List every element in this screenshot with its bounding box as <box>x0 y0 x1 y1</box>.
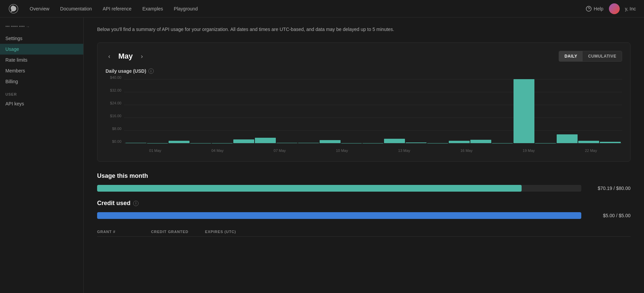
chart-header: ‹ May › DAILY CUMULATIVE <box>106 51 622 62</box>
description-text: Below you'll find a summary of API usage… <box>97 26 401 33</box>
credit-title-text: Credit used <box>97 200 130 207</box>
credit-used-section: Credit used i $5.00 / $5.00 GRANT # CRED… <box>97 200 631 237</box>
sidebar-account: ••• ••••• •••• → <box>0 23 83 33</box>
sidebar-item-rate-limits[interactable]: Rate limits <box>0 55 83 65</box>
x-axis-label: 19 May <box>498 149 560 153</box>
next-month-button[interactable]: › <box>138 52 146 61</box>
bars-area <box>124 79 622 143</box>
sidebar-item-billing[interactable]: Billing <box>0 76 83 87</box>
y-axis-label: $8.00 <box>105 127 121 131</box>
x-axis: 01 May04 May07 May10 May13 May16 May19 M… <box>124 143 622 153</box>
daily-toggle-button[interactable]: DAILY <box>559 51 583 61</box>
col-credit-granted: CREDIT GRANTED <box>151 230 192 234</box>
x-axis-label: 10 May <box>311 149 373 153</box>
y-axis-label: $32.00 <box>105 88 121 92</box>
chart-section: ‹ May › DAILY CUMULATIVE Daily usage (US… <box>97 42 631 162</box>
user-name: y, Inc <box>625 6 636 11</box>
y-axis-label: $16.00 <box>105 114 121 118</box>
nav-overview[interactable]: Overview <box>30 6 49 11</box>
openai-logo[interactable] <box>8 3 19 14</box>
sidebar-item-api-keys[interactable]: API keys <box>0 98 83 109</box>
bar[interactable] <box>169 141 189 143</box>
sidebar-item-usage[interactable]: Usage <box>0 44 83 55</box>
chart-month: May <box>118 52 133 61</box>
x-axis-label: 07 May <box>248 149 311 153</box>
bar[interactable] <box>233 139 254 143</box>
sidebar-item-members[interactable]: Members <box>0 65 83 76</box>
usage-bar-track <box>97 185 581 192</box>
topnav-right: Help y, Inc <box>586 3 636 14</box>
chart-title: Daily usage (USD) i <box>106 68 622 74</box>
help-icon <box>586 6 592 12</box>
chart-toggle: DAILY CUMULATIVE <box>559 51 622 62</box>
app-layout: ••• ••••• •••• → Settings Usage Rate lim… <box>0 18 644 293</box>
bar[interactable] <box>557 134 578 143</box>
y-axis-label: $24.00 <box>105 101 121 105</box>
y-axis-label: $40.00 <box>105 75 121 79</box>
chart-info-icon[interactable]: i <box>148 68 154 74</box>
x-axis-label: 04 May <box>186 149 249 153</box>
cumulative-toggle-button[interactable]: CUMULATIVE <box>583 51 622 61</box>
bar[interactable] <box>255 138 276 143</box>
bar[interactable] <box>470 140 491 143</box>
usage-bar-row: $70.19 / $80.00 <box>97 185 631 192</box>
x-axis-label: 22 May <box>560 149 622 153</box>
usage-amount: $70.19 / $80.00 <box>587 186 631 191</box>
credit-bar-track <box>97 212 581 219</box>
y-axis-label: $0.00 <box>105 139 121 143</box>
bar[interactable] <box>384 139 405 143</box>
bar[interactable] <box>578 141 599 143</box>
bar[interactable] <box>449 141 470 143</box>
credit-bar-fill <box>97 212 581 219</box>
help-label: Help <box>594 6 604 11</box>
col-expires-utc: EXPIRES (UTC) <box>205 230 245 234</box>
col-grant-num: GRANT # <box>97 230 138 234</box>
nav-playground[interactable]: Playground <box>174 6 198 11</box>
chart-title-text: Daily usage (USD) <box>106 68 146 74</box>
credit-section-title: Credit used i <box>97 200 631 207</box>
prev-month-button[interactable]: ‹ <box>106 52 113 61</box>
help-button[interactable]: Help <box>586 6 604 12</box>
sidebar: ••• ••••• •••• → Settings Usage Rate lim… <box>0 18 84 293</box>
user-avatar[interactable] <box>609 3 620 14</box>
credit-bar-row: $5.00 / $5.00 <box>97 212 631 219</box>
usage-this-month-section: Usage this month $70.19 / $80.00 <box>97 172 631 192</box>
main-content: Below you'll find a summary of API usage… <box>84 18 644 293</box>
usage-section-title: Usage this month <box>97 172 631 180</box>
nav-api-reference[interactable]: API reference <box>103 6 132 11</box>
sidebar-section-user: USER <box>0 87 83 98</box>
x-axis-label: 01 May <box>124 149 186 153</box>
usage-bar-fill <box>97 185 522 192</box>
nav-examples[interactable]: Examples <box>142 6 163 11</box>
sidebar-item-settings[interactable]: Settings <box>0 33 83 44</box>
credit-info-icon[interactable]: i <box>133 201 139 206</box>
chart-navigation: ‹ May › <box>106 52 146 61</box>
bar[interactable] <box>514 79 534 143</box>
top-navigation: Overview Documentation API reference Exa… <box>0 0 644 18</box>
credit-table-header: GRANT # CREDIT GRANTED EXPIRES (UTC) <box>97 227 631 237</box>
credit-amount: $5.00 / $5.00 <box>587 213 631 218</box>
nav-documentation[interactable]: Documentation <box>60 6 92 11</box>
bar[interactable] <box>320 140 341 143</box>
x-axis-label: 13 May <box>373 149 436 153</box>
bar-chart: $40.00$32.00$24.00$16.00$8.00$0.00 01 Ma… <box>106 79 622 153</box>
x-axis-label: 16 May <box>435 149 498 153</box>
